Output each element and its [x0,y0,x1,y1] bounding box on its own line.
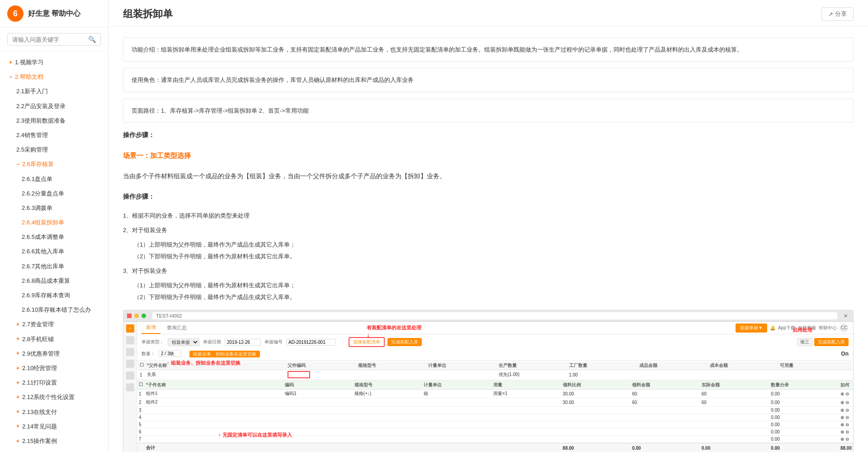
sc-lower-row-4: 4 0.00⊕ ⊖ [137,414,853,421]
sidebar-item-transfer[interactable]: 2.6.3调拨单 [0,201,108,215]
sc-home-icon: ⌂ [126,324,134,333]
sidebar-item-settings[interactable]: + 2.12系统个性化设置 [0,390,108,404]
sc-icon-center: 帮助中心 [819,325,837,331]
sc-qty-input[interactable] [159,350,181,357]
sc-form: 单据类型： 组装单据 拆卸单据 单据日期 单据编号 [137,334,853,361]
share-button[interactable]: ↗ 分享 [821,7,854,21]
sidebar-item-stock-error[interactable]: 2.6.10库存账本错了怎么办 [0,303,108,317]
sc-operator-field: 张三 [797,338,812,346]
sidebar-item-docs[interactable]: − 2.帮助文档 [0,70,108,84]
sc-enabled-area: On [841,351,849,357]
app-logo-icon: 6 [7,5,24,22]
sc-icon-bell: 🔔 [770,325,775,330]
sc-number-label: 单据编号 [264,339,283,345]
step2-2: （2）下部明细为子件明细，最终作为原材料生成其它出库单。 [123,251,854,262]
annotation-right: 启用处理 [793,327,812,333]
sc-select-bom-btn[interactable]: 选择装配清单 [349,337,385,347]
collapse-icon: − [9,73,12,81]
expand-icon-print: + [16,379,19,387]
expand-icon-coupon: + [16,350,19,357]
sidebar-item-coupon[interactable]: + 2.9优惠券管理 [0,347,108,361]
expand-icon-faq: + [16,423,19,430]
sc-lower-table-header: ☐ *子件名称 编码 规格型号 计量单位 用量 领料比例 领料金额 实际金额 数… [137,381,853,390]
step2-1: （1）上部明细为父件明细，最终作为产成品生成其它入库单； [123,239,854,250]
expand-icon-capital: + [16,321,19,328]
sidebar-item-install[interactable]: 2.2产品安装及登录 [0,99,108,114]
sc-confirm-btn[interactable]: 完成装配入库 [387,338,422,346]
sidebar-item-split-stocktake[interactable]: 2.6.2分量盘点单 [0,186,108,201]
on-label: On [841,351,849,357]
main-header: 组装拆卸单 ↗ 分享 [108,0,868,27]
path-block: 页面路径：1、库存核算->库存管理->组装拆卸单 2、首页->常用功能 [123,99,854,123]
sidebar-item-goods-cost[interactable]: 2.6.8商品成本重算 [0,274,108,288]
expand-icon-online-pay: + [16,408,19,416]
expand-icon-ops: + [16,365,19,372]
sidebar-item-assembly[interactable]: 2.6.4组装拆卸单 [0,215,108,230]
sc-icon-5 [126,371,134,380]
sc-rows-label: 数量： [142,351,155,357]
sidebar-item-capital[interactable]: + 2.7资金管理 [0,317,108,332]
nav-tree: + 1.视频学习 − 2.帮助文档 2.1新手入门 2.2产品安装及登录 2.3… [0,52,108,452]
sidebar-item-cases[interactable]: + 2.15操作案例 [0,434,108,448]
sc-upper-table-container: ☐ *父件名称 父件编码 规格型号 计量单位 生产数量 工厂数量 成品金额 成本… [137,361,853,381]
step3-2: （2）下部明细为子件明细，最终作为产成品生成其它入库单。 [123,291,854,303]
sc-main: 新增 查询汇总 新建单据▼ 🔔 App下载 在线客服 帮助中心 [137,322,853,452]
main-content: 功能介绍：组装拆卸单用来处理企业组装或拆卸等加工业务，支持有固定装配清单的产品加… [108,27,868,452]
annotation-bottom: ↑ 无固定清单可以在这里填写录入 [218,432,292,438]
sc-part-input[interactable] [288,371,310,378]
sc-avatar: CC [840,324,849,333]
steps-title: 操作步骤： [123,190,854,203]
sidebar-item-print[interactable]: + 2.11打印设置 [0,376,108,390]
sidebar: 6 好生意 帮助中心 🔍 + 1.视频学习 − 2.帮助文档 2.1新手入门 2… [0,0,108,452]
sc-new-btn[interactable]: 新建单据▼ [736,324,767,333]
search-input[interactable] [12,36,88,43]
sc-status-area: 启用处理 张三 完成装配入库 [797,338,849,346]
sc-footer: 合计 88.00 0.00 0.00 0.00 88.00 [137,443,853,452]
sidebar-item-purchase[interactable]: 2.5采购管理 [0,143,108,157]
sc-tab-query[interactable]: 查询汇总 [162,322,191,333]
sidebar-item-data-prep[interactable]: 2.3使用前数据准备 [0,114,108,128]
sc-lower-row-3: 3 0.00⊕ ⊖ [137,407,853,414]
expand-icon-settings: + [16,394,19,401]
sc-save-btn[interactable]: 完成装配入库 [814,338,849,346]
sc-icon-2 [126,336,134,344]
sidebar-item-inventory[interactable]: − 2.6库存核算 [0,157,108,171]
sc-number-input[interactable] [286,339,336,346]
sidebar-item-other-in[interactable]: 2.6.6其他入库单 [0,244,108,259]
sidebar-item-newcomer[interactable]: 2.1新手入门 [0,84,108,99]
screenshot-close-icon: ✕ [844,313,848,319]
sc-toggle-area: 组装业务、拆卸业务在这里切换 ↑ 组装业务、拆卸业务在这里切换 [185,350,260,357]
scene-desc: 当由多个子件材料组装成一个成品的业务为【组装】业务，当由一个父件拆分成多个子产品… [123,170,854,182]
sc-upper-table-header: ☐ *父件名称 父件编码 规格型号 计量单位 生产数量 工厂数量 成品金额 成本… [138,362,852,370]
annotation-middle: ↑ 组装业务、拆卸业务在这里切换 [167,360,241,366]
sidebar-item-online-pay[interactable]: + 2.13在线支付 [0,405,108,419]
share-icon: ↗ [828,11,833,18]
role-block: 使用角色：通常由生产人员或库管人员完成拆装业务的操作，库管人员确认原材料的出库和… [123,68,854,92]
sidebar-item-faq[interactable]: + 2.14常见问题 [0,419,108,434]
sidebar-item-stocktake[interactable]: 2.6.1盘点单 [0,172,108,186]
annotation-top: 有装配清单的在这里处理 ↓ [367,324,421,338]
sc-lower-row-2: 2 组件2 30.00 60 60 0.00 ⊕ ⊖ [137,398,853,407]
sidebar-item-video[interactable]: + 1.视频学习 [0,55,108,70]
sidebar-item-other-out[interactable]: 2.6.7其他出库单 [0,259,108,274]
search-area: 🔍 [0,28,108,52]
search-icon[interactable]: 🔍 [88,36,96,43]
sc-type-label: 单据类型： [142,339,164,345]
sc-type-select[interactable]: 组装单据 拆卸单据 [168,338,199,346]
sc-upper-row-1: 1 关系 优先(1.00) 1.00 [138,370,852,380]
sidebar-item-ops[interactable]: + 2.10经营管理 [0,361,108,376]
sc-icon-3 [126,348,134,356]
sc-tab-new[interactable]: 新增 [142,322,160,334]
sidebar-item-stock-check[interactable]: 2.6.9库存账本查询 [0,288,108,303]
expand-icon: + [9,59,12,67]
search-box[interactable]: 🔍 [7,33,101,46]
sc-top-bar: 新增 查询汇总 新建单据▼ 🔔 App下载 在线客服 帮助中心 [137,322,853,334]
app-name: 好生意 帮助中心 [28,9,80,19]
sc-icon-6 [126,383,134,391]
sidebar-item-cost-adjust[interactable]: 2.6.5成本调整单 [0,230,108,244]
step1: 1、根据不同的业务，选择不同单据的类型来处理 [123,210,854,221]
browser-address: TEST-H002 [152,312,837,319]
sidebar-item-mobile[interactable]: + 2.8手机旺铺 [0,332,108,347]
sidebar-item-sales[interactable]: 2.4销售管理 [0,128,108,143]
sc-date-input[interactable] [225,339,261,346]
